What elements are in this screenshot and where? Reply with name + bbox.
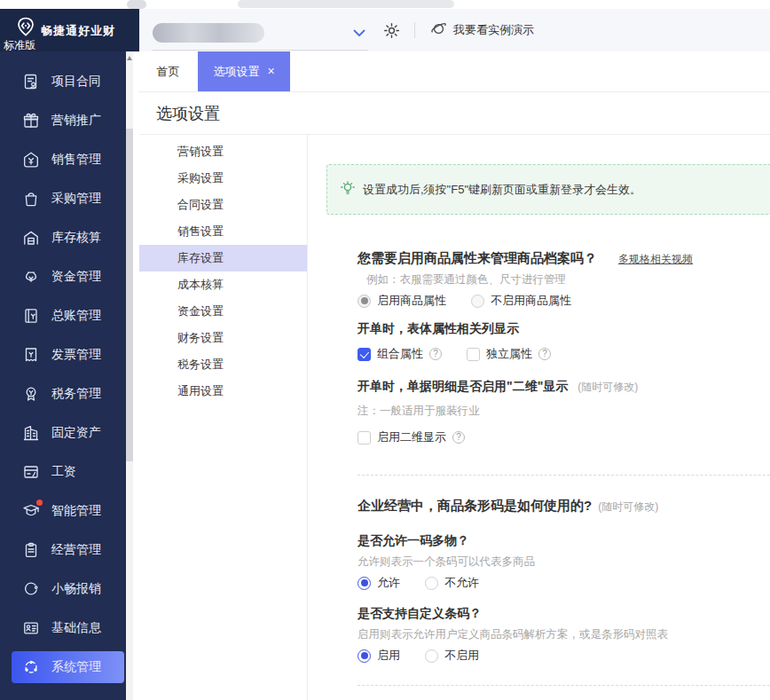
basic-info-icon: [22, 619, 40, 637]
company-selector[interactable]: [153, 23, 368, 51]
inventory-icon: [22, 229, 40, 247]
sidebar-nav: 项目合同 营销推广 销售管理 采购管理 库存核算 资金管理 总账管理 发票管理 …: [0, 51, 126, 700]
scrollbar-thumb[interactable]: [126, 129, 133, 461]
editable-note: (随时可修改): [598, 499, 658, 515]
settings-content: 设置成功后,须按"F5"键刷新页面或重新登录才会生效。 您需要启用商品属性来管理…: [308, 135, 770, 700]
project-contract-icon: [22, 73, 40, 90]
custom-barcode-hint: 启用则表示允许用户定义商品条码解析方案，或是条形码对照表: [358, 627, 770, 642]
submenu-item-7[interactable]: 资金设置: [139, 298, 307, 325]
bulb-icon: [341, 181, 355, 199]
radio-disable[interactable]: 不启用: [425, 648, 479, 664]
question-custom-barcode: 是否支持自定义条码？: [358, 606, 770, 622]
notification-dot: [36, 499, 43, 506]
checkbox-enable-2d-display[interactable]: 启用二维显示: [358, 429, 465, 445]
sidebar-item-operations[interactable]: 经营管理: [0, 531, 126, 570]
submenu-item-1[interactable]: 营销设置: [139, 138, 307, 165]
demo-label: 我要看实例演示: [453, 22, 534, 38]
invoice-icon: [22, 346, 40, 364]
operations-icon: [22, 541, 40, 559]
sidebar-scrollbar[interactable]: [126, 51, 133, 700]
section-divider: [358, 685, 770, 686]
chevron-down-icon: [353, 25, 365, 41]
refresh-notice: 设置成功后,须按"F5"键刷新页面或重新登录才会生效。: [326, 164, 770, 215]
submenu-item-2[interactable]: 采购设置: [139, 165, 307, 192]
tab-bar: 首页 选项设置: [139, 51, 770, 92]
sidebar-item-invoice[interactable]: 发票管理: [0, 335, 126, 374]
radio-disable-product-attr[interactable]: 不启用商品属性: [471, 293, 571, 309]
help-icon[interactable]: [429, 348, 442, 360]
salary-icon: [22, 463, 40, 481]
sidebar-item-marketing[interactable]: 营销推广: [0, 101, 126, 140]
radio-enable[interactable]: 启用: [358, 648, 400, 664]
sidebar-item-funds[interactable]: 资金管理: [0, 257, 126, 296]
tab-close-icon[interactable]: [267, 65, 274, 78]
multi-item-code-hint: 允许则表示一个条码可以代表多商品: [358, 554, 770, 570]
submenu-item-10[interactable]: 通用设置: [139, 378, 307, 405]
demo-planet-icon: [430, 21, 447, 39]
dim-display-title: 开单时，单据明细是否启用"二维"显示: [358, 379, 568, 393]
radio-icon: [358, 295, 371, 308]
app-window: 畅捷通好业财 标准版 项目合同 营销推广 销售管理 采购管理 库存核算 资金管理…: [0, 0, 770, 700]
sidebar-item-smart[interactable]: 智能管理: [0, 492, 126, 531]
blurred-artifact: [238, 0, 454, 8]
sidebar-item-expense[interactable]: 小畅报销: [0, 570, 126, 609]
question-multi-item-code: 是否允许一码多物？: [358, 533, 770, 549]
radio-enable-product-attr[interactable]: 启用商品属性: [358, 293, 446, 309]
question-barcode: 企业经营中，商品条形码是如何使用的?: [358, 498, 592, 515]
radio-icon: [358, 577, 371, 590]
brand-name: 畅捷通好业财: [41, 23, 115, 39]
scroll-up-arrow-icon[interactable]: [127, 56, 132, 60]
sidebar-item-salary[interactable]: 工资: [0, 452, 126, 492]
system-icon: [22, 658, 40, 676]
checkbox-combo-attr[interactable]: 组合属性: [358, 346, 442, 362]
topbar-divider: [414, 22, 415, 38]
sidebar-item-fixed-assets[interactable]: 固定资产: [0, 413, 126, 452]
brand-header: 畅捷通好业财 标准版: [0, 9, 139, 51]
company-name-redacted: [153, 23, 264, 43]
sidebar-item-basic-info[interactable]: 基础信息: [0, 609, 126, 648]
page-title: 选项设置: [139, 92, 770, 135]
radio-allow[interactable]: 允许: [358, 575, 400, 591]
submenu-item-6[interactable]: 成本核算: [139, 271, 307, 298]
editable-note: (随时可修改): [578, 381, 638, 393]
submenu-item-3[interactable]: 合同设置: [139, 192, 307, 218]
topbar: 我要看实例演示: [139, 9, 770, 51]
product-attr-hint: 例如：衣服需要通过颜色、尺寸进行管理: [358, 272, 770, 287]
section-divider: [358, 475, 770, 476]
radio-disallow[interactable]: 不允许: [425, 575, 479, 591]
checkbox-independent-attr[interactable]: 独立属性: [467, 346, 551, 362]
blurred-artifact: [127, 0, 146, 9]
dim-hint: 注：一般适用于服装行业: [358, 404, 770, 419]
fixed-assets-icon: [22, 424, 40, 442]
sidebar-item-inventory[interactable]: 库存核算: [0, 218, 126, 257]
submenu-item-9[interactable]: 税务设置: [139, 351, 307, 378]
submenu-item-8[interactable]: 财务设置: [139, 325, 307, 351]
ledger-icon: [22, 307, 40, 325]
marketing-icon: [22, 112, 40, 130]
notice-text: 设置成功后,须按"F5"键刷新页面或重新登录才会生效。: [363, 182, 641, 198]
tab-home[interactable]: 首页: [146, 51, 190, 91]
submenu-item-4[interactable]: 销售设置: [139, 218, 307, 245]
help-icon[interactable]: [538, 348, 551, 360]
tab-options-settings[interactable]: 选项设置: [198, 51, 290, 91]
gear-icon[interactable]: [383, 22, 400, 39]
radio-icon: [358, 649, 371, 663]
purchase-icon: [22, 190, 40, 208]
sidebar-item-project-contract[interactable]: 项目合同: [0, 62, 126, 101]
sidebar-item-ledger[interactable]: 总账管理: [0, 296, 126, 335]
question-product-attr: 您需要启用商品属性来管理商品档案吗？: [358, 250, 597, 267]
help-icon[interactable]: [452, 431, 465, 444]
sidebar-item-purchase[interactable]: 采购管理: [0, 179, 126, 218]
settings-submenu: 营销设置采购设置合同设置销售设置库存设置成本核算资金设置财务设置税务设置通用设置: [139, 135, 308, 700]
demo-button[interactable]: 我要看实例演示: [430, 21, 534, 39]
funds-icon: [22, 268, 40, 286]
radio-icon: [425, 649, 438, 663]
sidebar-item-system[interactable]: 系统管理: [0, 648, 126, 687]
checkbox-icon: [467, 348, 480, 361]
submenu-item-5[interactable]: 库存设置: [139, 245, 307, 271]
multispec-video-link[interactable]: 多规格相关视频: [618, 252, 693, 267]
sidebar-item-tax[interactable]: 税务管理: [0, 374, 126, 413]
radio-icon: [425, 577, 438, 590]
sales-icon: [22, 151, 40, 169]
sidebar-item-sales[interactable]: 销售管理: [0, 140, 126, 179]
